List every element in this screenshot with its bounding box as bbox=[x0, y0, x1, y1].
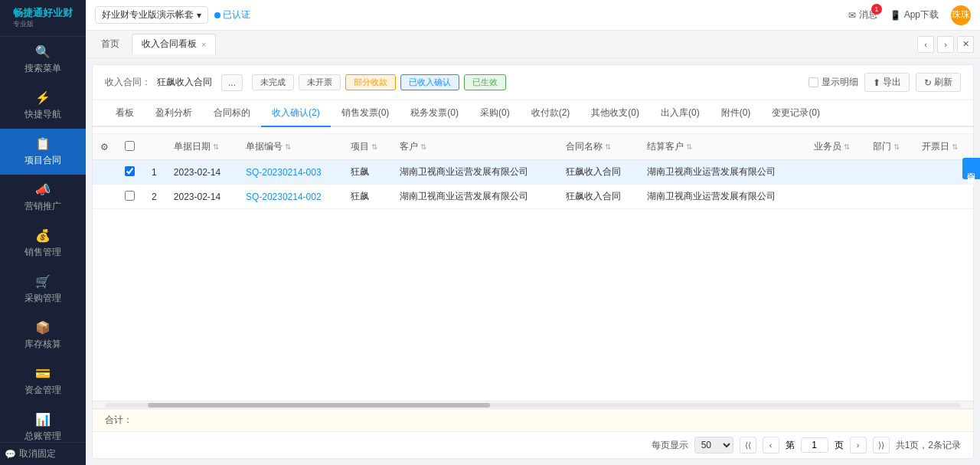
sub-tab-kanban[interactable]: 看板 bbox=[105, 100, 145, 127]
data-table: ⚙ 单据日期⇅ 单据编号⇅ 项目⇅ 客户⇅ 合同名称⇅ 结算客户⇅ 业务员⇅ 部… bbox=[93, 134, 973, 209]
table-row[interactable]: 1 2023-02-14 SQ-20230214-003 狂飙 湖南卫视商业运营… bbox=[93, 160, 973, 185]
sub-tab-warehouse[interactable]: 出入库(0) bbox=[650, 100, 710, 127]
sidebar-item-marketing[interactable]: 📣营销推广 bbox=[0, 175, 86, 221]
select-all-checkbox[interactable] bbox=[125, 141, 135, 151]
tab-close-icon[interactable]: × bbox=[201, 40, 206, 49]
th-rownum bbox=[142, 134, 166, 160]
hscroll-track bbox=[105, 403, 961, 408]
tab-home[interactable]: 首页 bbox=[92, 34, 129, 54]
sidebar-label-project-contract: 项目合同 bbox=[24, 154, 61, 167]
bill-date-label: 开票日 bbox=[922, 140, 949, 153]
order-no-link[interactable]: SQ-20230214-002 bbox=[246, 192, 322, 202]
tab-prev-btn[interactable]: ‹ bbox=[917, 36, 934, 53]
page-first-btn[interactable]: ⟨⟨ bbox=[740, 437, 756, 454]
more-button[interactable]: ... bbox=[221, 74, 243, 91]
sidebar-item-purchase[interactable]: 🛒采购管理 bbox=[0, 267, 86, 313]
row-department bbox=[865, 185, 914, 209]
show-detail-checkbox[interactable] bbox=[808, 77, 818, 87]
row-department bbox=[865, 160, 914, 185]
status-btn-unopened[interactable]: 未开票 bbox=[299, 74, 341, 90]
th-contract-name: 合同名称⇅ bbox=[558, 134, 639, 160]
sidebar-icon-sales: 💰 bbox=[35, 228, 51, 243]
sub-tab-sales_invoice[interactable]: 销售发票(0) bbox=[331, 100, 400, 127]
status-btn-partial[interactable]: 部分收款 bbox=[345, 74, 396, 90]
page-prev-btn[interactable]: ‹ bbox=[763, 437, 779, 454]
sort-icon8: ⇅ bbox=[893, 142, 900, 151]
sub-tab-income_confirm[interactable]: 收入确认(2) bbox=[261, 100, 331, 127]
sidebar-label-search: 搜索菜单 bbox=[24, 62, 61, 75]
tab-contract-board[interactable]: 收入合同看板 × bbox=[132, 34, 216, 54]
sidebar: 畅捷通好业财 专业版 🔍搜索菜单⚡快捷导航📋项目合同📣营销推广💰销售管理🛒采购管… bbox=[0, 0, 86, 465]
certified-label: 已认证 bbox=[223, 8, 250, 21]
status-btn-incomplete[interactable]: 未完成 bbox=[252, 74, 294, 90]
show-detail-label: 显示明细 bbox=[822, 76, 858, 89]
sidebar-item-inventory[interactable]: 📦库存核算 bbox=[0, 313, 86, 359]
sub-tab-payment[interactable]: 收付款(2) bbox=[521, 100, 581, 127]
sidebar-item-funds[interactable]: 💳资金管理 bbox=[0, 359, 86, 404]
summary-label: 合计： bbox=[105, 414, 132, 427]
th-customer: 客户⇅ bbox=[392, 134, 558, 160]
sidebar-item-sales[interactable]: 💰销售管理 bbox=[0, 221, 86, 267]
status-btn-confirmed[interactable]: 已收入确认 bbox=[400, 74, 459, 90]
refresh-button[interactable]: ↻ 刷新 bbox=[916, 73, 961, 92]
page-info: 共1页，2条记录 bbox=[896, 439, 961, 452]
tab-close-all-btn[interactable]: ✕ bbox=[957, 36, 974, 53]
per-page-select[interactable]: 50 100 200 bbox=[694, 437, 733, 454]
row-checkbox-1[interactable] bbox=[125, 191, 135, 201]
tab-next-btn[interactable]: › bbox=[937, 36, 954, 53]
sidebar-item-quick-nav[interactable]: ⚡快捷导航 bbox=[0, 83, 86, 129]
table-wrap[interactable]: ⚙ 单据日期⇅ 单据编号⇅ 项目⇅ 客户⇅ 合同名称⇅ 结算客户⇅ 业务员⇅ 部… bbox=[93, 134, 973, 401]
salesperson-label: 业务员 bbox=[814, 140, 841, 153]
page-next-btn[interactable]: › bbox=[850, 437, 867, 454]
sort-icon9: ⇅ bbox=[952, 142, 958, 151]
status-btn-effective[interactable]: 已生效 bbox=[464, 74, 506, 90]
sub-tab-contract_detail[interactable]: 合同标的 bbox=[203, 100, 261, 127]
export-button[interactable]: ⬆ 导出 bbox=[864, 73, 910, 92]
settings-icon[interactable]: ⚙ bbox=[100, 142, 109, 152]
sidebar-icon-purchase: 🛒 bbox=[35, 274, 51, 289]
pagination: 每页显示 50 100 200 ⟨⟨ ‹ 第 页 › ⟩⟩ 共1页，2条记录 bbox=[93, 431, 973, 458]
page-input[interactable] bbox=[801, 437, 828, 453]
sidebar-nav-list: 🔍搜索菜单⚡快捷导航📋项目合同📣营销推广💰销售管理🛒采购管理📦库存核算💳资金管理… bbox=[0, 37, 86, 442]
sub-tab-purchase[interactable]: 采购(0) bbox=[469, 100, 521, 127]
sidebar-icon-quick-nav: ⚡ bbox=[35, 90, 51, 105]
company-selector[interactable]: 好业财专业版演示帐套 ▾ bbox=[95, 6, 208, 24]
sidebar-label-sales: 销售管理 bbox=[24, 246, 61, 259]
sidebar-bottom[interactable]: 💬 取消固定 bbox=[0, 442, 86, 465]
page-last-btn[interactable]: ⟩⟩ bbox=[873, 437, 890, 454]
row-customer: 湖南卫视商业运营发展有限公司 bbox=[392, 185, 558, 209]
hscroll-bar[interactable] bbox=[93, 401, 973, 408]
sidebar-icon-marketing: 📣 bbox=[35, 182, 51, 197]
sidebar-item-search[interactable]: 🔍搜索菜单 bbox=[0, 37, 86, 83]
download-action[interactable]: 📱 App下载 bbox=[890, 8, 939, 21]
row-final-customer: 湖南卫视商业运营发展有限公司 bbox=[639, 160, 805, 185]
table-toolbar bbox=[93, 127, 973, 134]
right-float-btn[interactable]: 合同详情 bbox=[962, 158, 980, 179]
export-label: 导出 bbox=[883, 76, 901, 89]
sidebar-item-general[interactable]: 📊总账管理 bbox=[0, 404, 86, 442]
summary-row: 合计： bbox=[93, 408, 973, 431]
order-no-link[interactable]: SQ-20230214-003 bbox=[246, 167, 322, 178]
contract-name: 狂飙收入合同 bbox=[157, 76, 212, 89]
hscroll-thumb bbox=[148, 403, 490, 408]
sub-tab-change_log[interactable]: 变更记录(0) bbox=[761, 100, 831, 127]
sidebar-label-quick-nav: 快捷导航 bbox=[24, 108, 61, 121]
message-action[interactable]: ✉ 消息 1 bbox=[848, 8, 877, 21]
th-check bbox=[117, 134, 142, 160]
th-order-date: 单据日期⇅ bbox=[166, 134, 238, 160]
sub-tab-other_income[interactable]: 其他收支(0) bbox=[580, 100, 650, 127]
table-row[interactable]: 2 2023-02-14 SQ-20230214-002 狂飙 湖南卫视商业运营… bbox=[93, 185, 973, 209]
avatar-text: 珠珠 bbox=[952, 8, 970, 21]
sidebar-icon-project-contract: 📋 bbox=[35, 136, 51, 151]
user-action[interactable]: 珠珠 bbox=[951, 5, 971, 25]
sub-tab-tax_invoice[interactable]: 税务发票(0) bbox=[400, 100, 469, 127]
row-checkbox-0[interactable] bbox=[125, 166, 135, 176]
final-customer-label: 结算客户 bbox=[647, 140, 684, 153]
sidebar-item-project-contract[interactable]: 📋项目合同 bbox=[0, 129, 86, 175]
page-label: 第 bbox=[786, 439, 795, 452]
sub-tab-attachment[interactable]: 附件(0) bbox=[710, 100, 762, 127]
sort-icon2: ⇅ bbox=[285, 142, 291, 151]
th-settings: ⚙ bbox=[93, 134, 117, 160]
sub-tab-profit[interactable]: 盈利分析 bbox=[145, 100, 203, 127]
avatar: 珠珠 bbox=[951, 5, 971, 25]
